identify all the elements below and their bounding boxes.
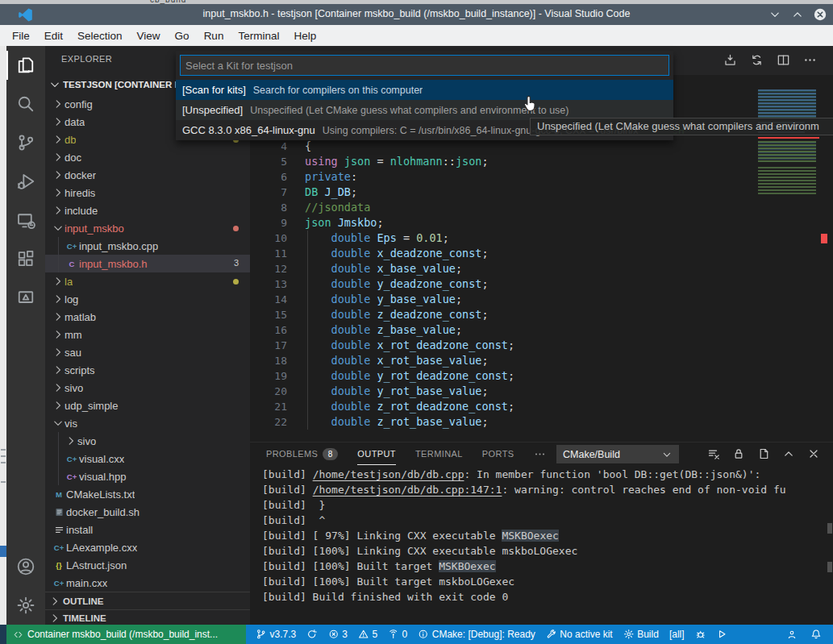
code-line-6[interactable]: 6private: (250, 169, 766, 185)
status-warnings[interactable]: 5 (358, 629, 377, 640)
code-line-14[interactable]: 14 double y_base_value; (250, 292, 766, 307)
panel-tab-problems[interactable]: PROBLEMS8 (266, 443, 338, 465)
status-feedback[interactable] (786, 629, 798, 640)
panel-tab-terminal[interactable]: TERMINAL (415, 443, 463, 465)
code-line-10[interactable]: 10 double Eps = 0.01; (250, 231, 766, 246)
code-line-20[interactable]: 20 double y_rot_base_value; (250, 384, 766, 399)
tree-item-hiredis[interactable]: hiredis (45, 184, 250, 202)
tree-item-sivo[interactable]: sivo (45, 432, 250, 450)
tree-item-mm[interactable]: mm (45, 326, 250, 343)
close-button[interactable] (814, 8, 827, 21)
tree-item-docker[interactable]: docker (45, 166, 250, 184)
tree-item-sivo[interactable]: sivo (45, 379, 250, 397)
status-debug-button[interactable] (695, 629, 706, 640)
activity-accounts[interactable] (6, 547, 45, 586)
activity-search[interactable] (6, 85, 45, 123)
close-icon[interactable] (807, 447, 820, 460)
code-line-4[interactable]: 4{ (250, 139, 766, 154)
page-icon[interactable] (757, 447, 770, 460)
code-line-11[interactable]: 11 double x_deadzone_const; (250, 246, 766, 261)
code-line-18[interactable]: 18 double x_rot_base_value; (250, 353, 766, 368)
tree-item-vis[interactable]: vis (45, 414, 250, 432)
activity-run-and-debug[interactable] (6, 162, 45, 201)
status-launch-button[interactable] (716, 629, 727, 640)
activity-explorer[interactable] (6, 46, 45, 85)
tree-item-input_mskbo.cpp[interactable]: C+input_mskbo.cpp (45, 237, 250, 255)
chevron-up-icon[interactable] (782, 447, 795, 460)
file-link[interactable]: /home/testjson/db/db.cpp:147:1 (313, 484, 502, 496)
menu-item-file[interactable]: File (5, 27, 37, 44)
menu-item-terminal[interactable]: Terminal (231, 27, 286, 44)
code-line-9[interactable]: 9json Jmskbo; (250, 215, 766, 231)
tree-item-la[interactable]: la (45, 272, 250, 290)
tree-item-udp_simple[interactable]: udp_simple (45, 397, 250, 414)
split-editor-icon[interactable] (777, 53, 790, 67)
quickpick-item-1[interactable]: [Scan for kits]Search for compilers on t… (176, 80, 673, 100)
tree-item-CMakeLists.txt[interactable]: MCMakeLists.txt (45, 485, 250, 503)
tree-item-LAexample.cxx[interactable]: C+LAexample.cxx (45, 538, 250, 556)
status-build-target[interactable]: [all] (669, 629, 685, 640)
menu-item-edit[interactable]: Edit (37, 27, 70, 44)
tree-item-matlab[interactable]: matlab (45, 308, 250, 326)
code-line-7[interactable]: 7DB J_DB; (250, 185, 766, 200)
more-icon[interactable] (803, 53, 817, 67)
lock-icon[interactable] (732, 447, 745, 460)
status-cmake-status[interactable]: CMake: [Debug]: Ready (418, 629, 535, 640)
code-area[interactable]: 4{5using json = nlohmann::json;6private:… (250, 139, 766, 430)
tree-item-scripts[interactable]: scripts (45, 361, 250, 379)
status-active-kit[interactable]: No active kit (546, 629, 613, 640)
more-tabs[interactable] (534, 443, 546, 465)
panel-tab-output[interactable]: OUTPUT (357, 442, 396, 465)
tree-item-install[interactable]: install (45, 521, 250, 538)
tree-item-visual.hpp[interactable]: C+visual.hpp (45, 467, 250, 485)
outline-section[interactable]: OUTLINE (45, 592, 250, 610)
output-channel-select[interactable]: CMake/Build (556, 445, 679, 463)
tree-item-main.cxx[interactable]: C+main.cxx (45, 574, 250, 592)
clear-icon[interactable] (707, 447, 720, 460)
status-notifications[interactable] (810, 629, 822, 640)
status-sync[interactable] (306, 629, 318, 640)
timeline-section[interactable]: TIMELINE (45, 609, 250, 625)
panel-tab-ports[interactable]: PORTS (482, 443, 514, 465)
activity-output-view[interactable] (6, 278, 45, 317)
status-errors[interactable]: 3 (328, 629, 348, 640)
code-line-5[interactable]: 5using json = nlohmann::json; (250, 154, 766, 169)
menu-item-selection[interactable]: Selection (70, 27, 130, 44)
tree-item-log[interactable]: log (45, 290, 250, 308)
code-line-22[interactable]: 22 double z_rot_base_value; (250, 414, 766, 430)
save-all-icon[interactable] (723, 53, 737, 67)
menu-item-run[interactable]: Run (197, 27, 231, 44)
code-line-19[interactable]: 19 double y_rot_deadzone_const; (250, 368, 766, 384)
open-changes-icon[interactable] (750, 53, 764, 67)
panel-scrollbar[interactable] (827, 562, 832, 572)
minimap[interactable] (756, 81, 823, 243)
maximize-button[interactable] (791, 8, 804, 21)
minimize-button[interactable] (768, 8, 781, 21)
tree-item-input_mskbo[interactable]: input_mskbo (45, 219, 250, 237)
activity-remote-explorer[interactable] (6, 201, 45, 239)
code-line-13[interactable]: 13 double y_deadzone_const; (250, 276, 766, 292)
code-line-15[interactable]: 15 double z_deadzone_const; (250, 307, 766, 322)
code-line-17[interactable]: 17 double x_rot_deadzone_const; (250, 338, 766, 353)
status-forwarded-ports[interactable]: 0 (388, 629, 407, 640)
tree-item-include[interactable]: include (45, 202, 250, 219)
tree-item-doc[interactable]: doc (45, 148, 250, 166)
tree-item-docker_build.sh[interactable]: docker_build.sh (45, 503, 250, 521)
code-line-16[interactable]: 16 double z_base_value; (250, 322, 766, 338)
tree-item-visual.cxx[interactable]: C+visual.cxx (45, 450, 250, 467)
activity-source-control[interactable] (6, 123, 45, 162)
activity-extensions[interactable] (6, 239, 45, 278)
code-line-12[interactable]: 12 double x_base_value; (250, 261, 766, 276)
status-build-button[interactable]: Build (623, 629, 659, 640)
code-line-8[interactable]: 8//jsondata (250, 200, 766, 215)
menu-item-view[interactable]: View (130, 27, 168, 44)
quickpick-input[interactable] (180, 55, 669, 76)
status-cmake-version[interactable]: v3.7.3 (256, 629, 296, 640)
tree-item-input_mskbo.h[interactable]: Cinput_mskbo.h3 (45, 255, 250, 272)
tree-item-LAstruct.json[interactable]: {}LAstruct.json (45, 556, 250, 574)
file-link[interactable]: /home/testjson/db/db.cpp (313, 468, 464, 480)
activity-settings[interactable] (6, 586, 45, 625)
remote-indicator[interactable]: Container mskbo_build (/mskbo_build_inst… (6, 625, 246, 644)
menu-item-go[interactable]: Go (168, 27, 197, 44)
code-line-21[interactable]: 21 double z_rot_deadzone_const; (250, 399, 766, 414)
